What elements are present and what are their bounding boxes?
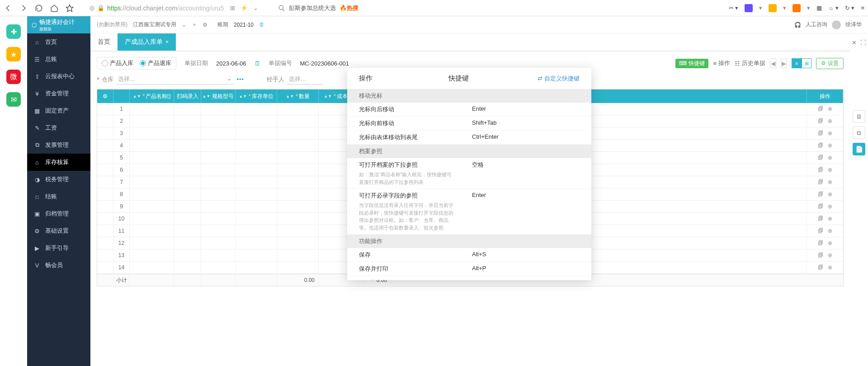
history-icon[interactable]: ↻ ▾ — [845, 5, 855, 11]
svg-point-1 — [279, 5, 283, 9]
search-icon — [278, 5, 285, 12]
browser-toolbar: ◎ 🔒 https://cloud.chanjet.com/accounting… — [0, 0, 868, 16]
grid-icon[interactable]: ▦ — [816, 5, 822, 11]
refresh-icon[interactable] — [34, 4, 43, 13]
forward-icon[interactable] — [19, 4, 28, 13]
translate-icon[interactable] — [745, 4, 753, 12]
url-scheme: https — [107, 5, 121, 12]
browser-right-icons: ✂ ▾ ▾ ▾ ▾ ▦ ☼ ▾ ↻ ▾ ≡ — [729, 4, 864, 12]
search-area[interactable]: 彭斯参加总统大选 🔥热搜 — [278, 4, 359, 12]
coin-icon[interactable] — [769, 4, 777, 12]
url-host: ://cloud.chanjet.com — [121, 5, 177, 12]
sun-icon[interactable]: ☼ ▾ — [828, 5, 839, 11]
svg-marker-0 — [66, 5, 73, 11]
menu-icon[interactable]: ≡ — [861, 5, 864, 11]
back-icon[interactable] — [4, 4, 13, 13]
url-path: /accounting/uru5 — [177, 5, 224, 12]
svg-line-2 — [283, 9, 284, 11]
star-icon[interactable] — [65, 4, 74, 13]
search-text: 彭斯参加总统大选 — [289, 4, 336, 12]
game-icon[interactable] — [793, 4, 801, 12]
hot-badge: 🔥热搜 — [340, 4, 359, 12]
scissors-icon[interactable]: ✂ ▾ — [729, 5, 739, 11]
home-icon[interactable] — [50, 4, 59, 13]
url-bar[interactable]: ◎ 🔒 https://cloud.chanjet.com/accounting… — [90, 5, 258, 12]
